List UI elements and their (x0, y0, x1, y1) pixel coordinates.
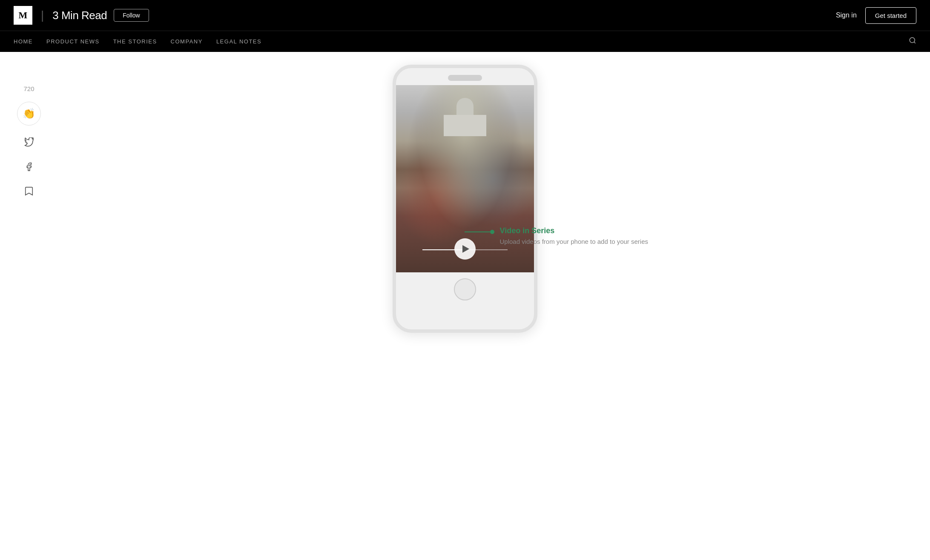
svg-point-0 (910, 37, 915, 43)
medium-logo[interactable]: M (14, 6, 32, 25)
clap-button[interactable]: 👏 (17, 102, 41, 126)
facebook-share-icon[interactable] (21, 159, 37, 175)
annotation: Video in Series Upload videos from your … (465, 226, 648, 247)
content-area: Video in Series Upload videos from your … (393, 65, 537, 333)
play-button[interactable] (454, 238, 476, 260)
nav-bar: HOME PRODUCT NEWS THE STORIES COMPANY LE… (0, 31, 930, 52)
annotation-horizontal-line (465, 231, 490, 232)
nav-item-home[interactable]: HOME (14, 37, 33, 46)
get-started-button[interactable]: Get started (865, 7, 916, 24)
capitol-building (439, 98, 491, 140)
header-divider: | (41, 9, 44, 22)
annotation-line (465, 230, 494, 234)
annotation-title: Video in Series (499, 226, 648, 235)
search-icon[interactable] (909, 37, 916, 46)
annotation-description: Upload videos from your phone to add to … (499, 237, 648, 247)
clap-count: 720 (23, 85, 34, 92)
annotation-dot (490, 230, 494, 234)
phone-mockup (393, 65, 537, 333)
annotation-text-block: Video in Series Upload videos from your … (499, 226, 648, 247)
capitol-body (444, 115, 486, 136)
nav-item-the-stories[interactable]: THE STORIES (113, 37, 157, 46)
capitol-dome (456, 98, 474, 115)
main-content: 720 👏 (0, 52, 930, 560)
clap-icon: 👏 (23, 108, 35, 120)
header: M | 3 Min Read Follow Sign in Get starte… (0, 0, 930, 52)
nav-item-legal-notes[interactable]: LEGAL NOTES (216, 37, 261, 46)
sign-in-link[interactable]: Sign in (836, 11, 857, 19)
left-sidebar: 720 👏 (17, 85, 41, 200)
site-title: 3 Min Read (52, 9, 107, 22)
play-triangle-icon (462, 245, 469, 253)
phone-home-button[interactable] (454, 278, 476, 300)
nav-item-product-news[interactable]: PRODUCT NEWS (46, 37, 100, 46)
phone-speaker (448, 75, 482, 81)
bookmark-icon[interactable] (21, 183, 37, 200)
twitter-share-icon[interactable] (21, 134, 37, 150)
nav-item-company[interactable]: COMPANY (171, 37, 203, 46)
svg-line-1 (914, 42, 915, 43)
follow-button[interactable]: Follow (114, 9, 149, 22)
